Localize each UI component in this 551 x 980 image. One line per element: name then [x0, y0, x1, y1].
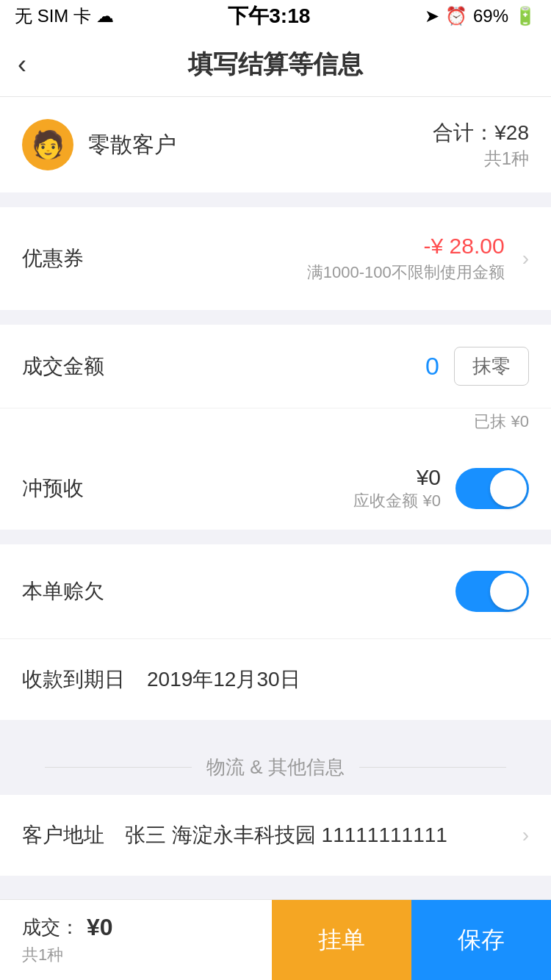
- battery-label: 69%: [473, 6, 508, 26]
- customer-section: 🧑 零散客户 合计：¥28 共1种: [0, 97, 551, 192]
- avatar-icon: 🧑: [32, 129, 65, 160]
- coupon-label: 优惠券: [22, 245, 110, 273]
- bottom-deal: 成交： ¥0: [22, 914, 250, 941]
- logistics-divider: 物流 & 其他信息: [0, 735, 551, 795]
- customer-count: 共1种: [433, 147, 529, 170]
- due-date-label: 收款到期日: [22, 666, 125, 693]
- coupon-value-group: -¥ 28.00 满1000-100不限制使用金额 ›: [307, 234, 529, 284]
- due-date-value: 2019年12月30日: [147, 666, 300, 693]
- due-date-row: 收款到期日 2019年12月30日: [0, 639, 551, 720]
- status-left: 无 SIM 卡 ☁: [15, 4, 114, 28]
- address-chevron-icon: ›: [522, 824, 529, 847]
- divider-line-right: [359, 767, 506, 768]
- amount-row: 成交金额 0 抹零: [0, 325, 551, 408]
- debit-row: 本单赊欠: [0, 544, 551, 639]
- back-button[interactable]: ‹: [18, 49, 26, 80]
- address-row[interactable]: 客户地址 张三 海淀永丰科技园 11111111111 ›: [0, 795, 551, 876]
- customer-name: 零散客户: [88, 130, 176, 160]
- bottom-info: 成交： ¥0 共1种: [0, 914, 272, 966]
- prepay-amount: ¥0: [353, 465, 441, 490]
- avatar: 🧑: [22, 119, 73, 170]
- logistics-text: 物流 & 其他信息: [206, 754, 345, 780]
- coupon-chevron-icon: ›: [522, 247, 529, 270]
- content: 🧑 零散客户 合计：¥28 共1种 优惠券 -¥ 28.00 满1000-100…: [0, 97, 551, 964]
- address-label: 客户地址: [22, 821, 110, 849]
- amount-label: 成交金额: [22, 353, 110, 381]
- prepay-toggle[interactable]: [455, 468, 529, 509]
- bottom-bar: 成交： ¥0 共1种 挂单 保存: [0, 899, 551, 980]
- hold-button[interactable]: 挂单: [272, 900, 411, 981]
- status-time: 下午3:18: [228, 2, 310, 30]
- divider-line: 物流 & 其他信息: [45, 754, 506, 780]
- prepay-sub: 应收金额 ¥0: [353, 490, 441, 512]
- divider-line-left: [45, 767, 192, 768]
- amount-sub-text: 已抹 ¥0: [474, 412, 529, 430]
- coupon-row[interactable]: 优惠券 -¥ 28.00 满1000-100不限制使用金额 ›: [0, 207, 551, 310]
- battery-icon: 🔋: [514, 6, 536, 26]
- customer-right: 合计：¥28 共1种: [433, 119, 529, 170]
- status-bar: 无 SIM 卡 ☁ 下午3:18 ➤ ⏰ 69% 🔋: [0, 0, 551, 32]
- prepay-right: ¥0 应收金额 ¥0: [353, 465, 529, 512]
- address-section: 客户地址 张三 海淀永丰科技园 11111111111 ›: [0, 795, 551, 876]
- coupon-section: 优惠券 -¥ 28.00 满1000-100不限制使用金额 ›: [0, 207, 551, 310]
- page-title: 填写结算等信息: [188, 48, 363, 82]
- coupon-desc: 满1000-100不限制使用金额: [307, 262, 505, 284]
- coupon-right: -¥ 28.00 满1000-100不限制使用金额: [307, 234, 505, 284]
- amount-section: 成交金额 0 抹零 已抹 ¥0 冲预收 ¥0 应收金额 ¥0: [0, 325, 551, 530]
- deal-label: 成交：: [22, 915, 79, 940]
- nav-bar: ‹ 填写结算等信息: [0, 32, 551, 97]
- prepay-values: ¥0 应收金额 ¥0: [353, 465, 441, 512]
- coupon-amount: -¥ 28.00: [307, 234, 505, 259]
- customer-left: 🧑 零散客户: [22, 119, 176, 170]
- prepay-row: 冲预收 ¥0 应收金额 ¥0: [0, 447, 551, 530]
- deal-amount: ¥0: [87, 914, 113, 941]
- amount-value: 0: [425, 352, 439, 381]
- toggle-circle: [490, 470, 527, 507]
- save-button[interactable]: 保存: [411, 900, 551, 981]
- debit-section: 本单赊欠 收款到期日 2019年12月30日: [0, 544, 551, 720]
- bottom-count: 共1种: [22, 944, 250, 966]
- debit-toggle[interactable]: [455, 571, 529, 612]
- round-button[interactable]: 抹零: [454, 347, 529, 386]
- amount-value-group: 0 抹零: [425, 347, 529, 386]
- customer-total: 合计：¥28: [433, 119, 529, 147]
- debit-toggle-circle: [490, 573, 527, 610]
- debit-label: 本单赊欠: [22, 577, 110, 605]
- address-value: 张三 海淀永丰科技园 11111111111: [125, 821, 516, 849]
- sim-label: 无 SIM 卡 ☁: [15, 4, 114, 28]
- alarm-icon: ⏰: [445, 6, 467, 26]
- prepay-label: 冲预收: [22, 475, 110, 502]
- status-right: ➤ ⏰ 69% 🔋: [425, 6, 536, 26]
- location-icon: ➤: [425, 6, 439, 26]
